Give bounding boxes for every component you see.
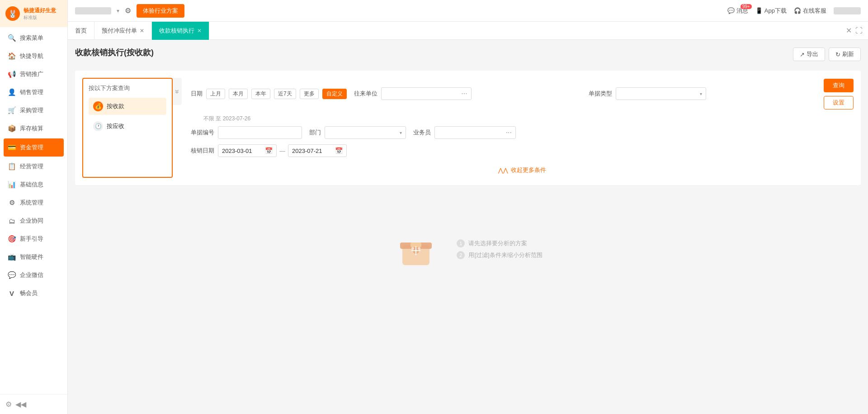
page-title: 收款核销执行(按收款) [75,47,154,58]
tab-prepay-close-icon[interactable]: ✕ [140,28,144,34]
date-last-month-btn[interactable]: 上月 [206,89,225,99]
refresh-label: 刷新 [842,50,854,58]
hint-num-1: 1 [457,239,465,247]
message-icon: 💬 [727,7,735,14]
date-no-limit-text: 不限 至 2023-07-26 [203,115,250,122]
app-badge: 标准版 [24,14,56,21]
sidebar-item-marketing[interactable]: 📢 营销推广 [0,65,67,83]
staff-label: 业务员 [413,128,431,137]
guide-icon: 🎯 [7,234,16,243]
topbar-right: 💬 消息 99+ 📱 App下载 🎧 在线客服 [727,7,861,15]
sidebar-item-purchase[interactable]: 🛒 采购管理 [0,101,67,119]
date-this-month-btn[interactable]: 本月 [229,89,248,99]
dept-label: 部门 [309,128,321,137]
refresh-icon: ↻ [835,51,840,58]
sidebar-item-guide[interactable]: 🎯 新手引导 [0,230,67,248]
sidebar: 🐰 畅捷通好生意 标准版 🔍 搜索菜单 🏠 快捷导航 📢 营销推广 👤 销售管理… [0,0,68,414]
doc-type-select[interactable]: ▾ [616,87,706,100]
sidebar-item-finance[interactable]: 💳 资金管理 [4,138,64,157]
tab-prepay[interactable]: 预付冲应付单 ✕ [94,22,152,40]
sidebar-item-wechat[interactable]: 💬 企业微信 [0,266,67,284]
filter-option-by-receivable[interactable]: 🕐 按应收 [89,118,166,135]
filter-panel-title: 按以下方案查询 [89,84,166,92]
wechat-icon: 💬 [7,271,16,280]
page-actions: ↗ 导出 ↻ 刷新 [793,48,861,61]
filter-form: 日期 上月 本月 本年 近7天 更多 自定义 [191,78,854,178]
finance-icon: 💳 [7,143,16,152]
enterprise-icon: 🗂 [7,216,16,225]
sidebar-item-hardware[interactable]: 📺 智能硬件 [0,248,67,266]
collapse-more-button[interactable]: ⋀⋀ 收起更多条件 [191,162,854,178]
tab-writeoff-label: 收款核销执行 [159,27,194,35]
filter-panel-collapse-button[interactable]: » [173,78,182,105]
date-this-year-btn[interactable]: 本年 [251,89,270,99]
empty-state: 1 请先选择要分析的方案 2 用[过滤]条件来缩小分析范围 [75,190,861,308]
dept-select[interactable]: ▾ [325,126,406,139]
staff-input[interactable]: ··· [434,126,516,139]
doc-type-dropdown-icon: ▾ [700,91,702,96]
topbar-dropdown-arrow[interactable]: ▾ [117,8,119,14]
sidebar-label-marketing: 营销推广 [20,70,43,78]
tab-close-all-icon[interactable]: ✕ [846,26,852,35]
settings-gear-icon[interactable]: ⚙ [5,400,12,409]
counterparty-input[interactable]: ··· [381,87,472,100]
online-service-button[interactable]: 🎧 在线客服 [794,7,826,15]
message-button[interactable]: 💬 消息 99+ [727,7,748,15]
sidebar-label-quicknav: 快捷导航 [20,52,43,60]
user-avatar[interactable] [834,7,861,14]
date-quick-buttons: 上月 本月 本年 近7天 更多 自定义 [206,89,347,99]
sidebar-item-sales[interactable]: 👤 销售管理 [0,83,67,101]
setting-button[interactable]: 设置 [824,96,854,109]
sidebar-logo: 🐰 畅捷通好生意 标准版 [0,0,67,27]
doc-no-label: 单据编号 [191,128,214,137]
date-more-btn[interactable]: 更多 [300,89,319,99]
refresh-button[interactable]: ↻ 刷新 [829,48,861,61]
sidebar-nav: 🔍 搜索菜单 🏠 快捷导航 📢 营销推广 👤 销售管理 🛒 采购管理 📦 库存核… [0,27,67,394]
home-icon: 🏠 [7,52,16,61]
collapse-more-label: 收起更多条件 [511,166,546,174]
sidebar-label-guide: 新手引导 [20,235,43,243]
tab-home[interactable]: 首页 [68,22,94,40]
sidebar-item-inventory[interactable]: 📦 库存核算 [0,119,67,138]
solution-button[interactable]: 体验行业方案 [137,4,184,18]
svg-point-7 [418,247,420,250]
sidebar-item-management[interactable]: 📋 经营管理 [0,157,67,176]
topbar-gear-icon[interactable]: ⚙ [125,6,131,15]
receipt-icon: 💰 [93,101,103,111]
sidebar-item-quick-nav[interactable]: 🏠 快捷导航 [0,47,67,65]
sidebar-item-member[interactable]: V 畅会员 [0,284,67,302]
sidebar-item-enterprise[interactable]: 🗂 企业协同 [0,212,67,230]
doc-type-field: 单据类型 ▾ [589,87,706,100]
tab-prepay-label: 预付冲应付单 [102,27,137,35]
sidebar-item-basic-info[interactable]: 📊 基础信息 [0,176,67,194]
sidebar-label-hardware: 智能硬件 [20,253,43,261]
sidebar-item-system[interactable]: ⚙ 系统管理 [0,194,67,212]
hint-num-2: 2 [457,251,465,259]
date-custom-btn[interactable]: 自定义 [322,89,347,99]
verify-date-end-input[interactable]: 2023-07-21 📅 [288,144,347,157]
query-button[interactable]: 查询 [824,79,854,92]
tab-writeoff[interactable]: 收款核销执行 ✕ [152,22,209,40]
date-7days-btn[interactable]: 近7天 [274,89,296,99]
topbar: ▾ ⚙ 体验行业方案 💬 消息 99+ 📱 App下载 🎧 在线客服 [68,0,868,22]
app-download-button[interactable]: 📱 App下载 [755,7,787,15]
export-button[interactable]: ↗ 导出 [793,48,825,61]
sidebar-logo-text: 畅捷通好生意 标准版 [24,7,56,21]
sidebar-collapse-icon[interactable]: ◀◀ [15,400,26,409]
service-label: 在线客服 [803,7,826,15]
filter-option-receivable-label: 按应收 [107,122,124,130]
sidebar-item-search[interactable]: 🔍 搜索菜单 [0,29,67,47]
doc-no-input[interactable] [218,126,302,139]
search-menu-icon: 🔍 [7,33,16,43]
verify-date-start-input[interactable]: 2023-03-01 📅 [218,144,277,157]
basic-info-icon: 📊 [7,180,16,189]
mobile-icon: 📱 [755,7,763,14]
hint-text-1: 请先选择要分析的方案 [468,239,527,247]
tab-writeoff-close-icon[interactable]: ✕ [197,28,202,34]
system-icon: ⚙ [7,198,16,207]
tab-expand-icon[interactable]: ⛶ [855,27,863,35]
member-icon: V [7,289,16,298]
sidebar-label-wechat: 企业微信 [20,271,43,279]
marketing-icon: 📢 [7,70,16,79]
filter-option-by-receipt[interactable]: 💰 按收款 [89,98,166,115]
